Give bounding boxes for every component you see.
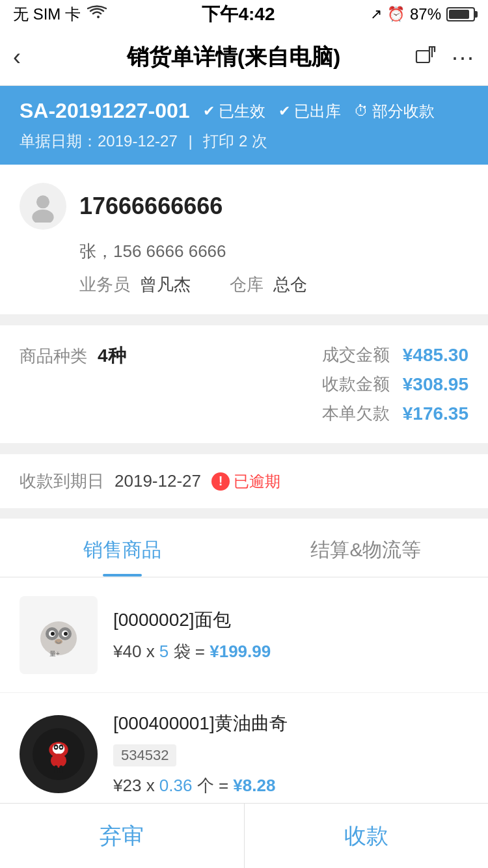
nav-bar: ‹ 销货单详情(来自电脑) ···: [0, 29, 488, 86]
share-icon[interactable]: [415, 44, 436, 70]
warehouse-name: 总仓: [273, 275, 307, 294]
svg-point-19: [51, 753, 66, 767]
amount-row-1: 成交金额 ¥485.30: [322, 344, 468, 366]
location-icon: ↗: [370, 6, 382, 23]
status-right: ↗ ⏰ 87%: [370, 5, 475, 23]
sales-label: 业务员: [79, 275, 130, 294]
svg-point-2: [32, 210, 53, 223]
svg-text:量+: 量+: [49, 650, 60, 657]
svg-rect-21: [59, 765, 62, 773]
nav-actions: ···: [415, 44, 475, 71]
reject-button[interactable]: 弃审: [0, 804, 245, 868]
svg-point-17: [55, 746, 57, 748]
svg-point-9: [64, 632, 68, 636]
overdue-badge: ! 已逾期: [211, 471, 280, 492]
svg-point-14: [53, 744, 65, 754]
tabs-section: 销售商品 结算&物流等: [0, 519, 488, 578]
product-sku: 534532: [113, 744, 176, 766]
header-banner: SA-20191227-001 ✔ 已生效 ✔ 已出库 ⏱ 部分收款 单据日期：…: [0, 86, 488, 165]
due-label: 收款到期日: [20, 470, 104, 493]
check-icon-1: ✔: [203, 103, 215, 120]
avatar: [20, 183, 66, 230]
due-section: 收款到期日 2019-12-27 ! 已逾期: [0, 454, 488, 508]
amount-summary: 成交金额 ¥485.30 收款金额 ¥308.95 本单欠款 ¥176.35: [322, 344, 468, 425]
product-type-count: 商品种类 4种: [20, 344, 126, 368]
clock-icon: ⏱: [354, 103, 368, 120]
status-shipped: ✔ 已出库: [278, 101, 341, 122]
product-info-2: [000400001]黄油曲奇 534532 ¥23 x 0.36 个 = ¥8…: [113, 711, 468, 797]
amount-row-2: 收款金额 ¥308.95: [322, 373, 468, 396]
svg-rect-0: [416, 51, 429, 62]
status-bar: 无 SIM 卡 下午4:42 ↗ ⏰ 87%: [0, 0, 488, 29]
bottom-bar: 弃审 收款: [0, 803, 488, 868]
summary-row: 商品种类 4种 成交金额 ¥485.30 收款金额 ¥308.95 本单欠款 ¥…: [20, 344, 468, 425]
status-partial: ⏱ 部分收款: [354, 101, 435, 122]
product-price-2: ¥23 x 0.36 个 = ¥8.28: [113, 774, 468, 797]
tab-sales-products[interactable]: 销售商品: [0, 519, 244, 576]
svg-point-18: [60, 746, 62, 748]
due-date: 2019-12-27: [115, 471, 201, 491]
tab-settlement[interactable]: 结算&物流等: [244, 519, 488, 576]
customer-phone: 17666666666: [79, 193, 223, 220]
customer-row: 17666666666: [20, 183, 468, 230]
summary-section: 商品种类 4种 成交金额 ¥485.30 收款金额 ¥308.95 本单欠款 ¥…: [0, 325, 488, 444]
warehouse-label: 仓库: [230, 275, 264, 294]
more-icon[interactable]: ···: [452, 44, 475, 71]
battery-percent: 87%: [410, 5, 441, 23]
product-price-1: ¥40 x 5 袋 = ¥199.99: [113, 640, 468, 663]
customer-meta: 业务员 曾凡杰 仓库 总仓: [79, 273, 468, 296]
amount-row-3: 本单欠款 ¥176.35: [322, 402, 468, 425]
product-image-1: 量+: [20, 596, 98, 674]
product-list: 量+ [0000002]面包 ¥40 x 5 袋 = ¥199.99: [0, 578, 488, 816]
sales-name: 曾凡杰: [140, 275, 191, 294]
back-button[interactable]: ‹: [13, 44, 52, 71]
svg-point-1: [36, 195, 49, 208]
product-item-2: [000400001]黄油曲奇 534532 ¥23 x 0.36 个 = ¥8…: [0, 693, 488, 816]
overdue-icon: !: [211, 472, 230, 491]
product-image-2: [20, 715, 98, 793]
customer-sub-info: 张，156 6666 6666: [79, 240, 468, 263]
check-icon-2: ✔: [278, 103, 290, 120]
collect-button[interactable]: 收款: [245, 804, 489, 868]
product-info-1: [0000002]面包 ¥40 x 5 袋 = ¥199.99: [113, 608, 468, 663]
product-item: 量+ [0000002]面包 ¥40 x 5 袋 = ¥199.99: [0, 578, 488, 693]
overdue-text: 已逾期: [234, 471, 280, 492]
product-name-1: [0000002]面包: [113, 608, 468, 632]
time-label: 下午4:42: [202, 2, 275, 27]
order-id: SA-20191227-001: [20, 99, 190, 123]
page-title: 销货单详情(来自电脑): [52, 42, 415, 72]
svg-point-8: [51, 632, 55, 636]
status-effected: ✔ 已生效: [203, 101, 265, 122]
wifi-icon: [87, 5, 107, 23]
alarm-icon: ⏰: [387, 6, 405, 23]
svg-rect-20: [54, 765, 57, 773]
customer-section: 17666666666 张，156 6666 6666 业务员 曾凡杰 仓库 总…: [0, 165, 488, 315]
banner-date: 单据日期：2019-12-27 | 打印 2 次: [20, 131, 468, 152]
banner-top: SA-20191227-001 ✔ 已生效 ✔ 已出库 ⏱ 部分收款: [20, 99, 468, 123]
battery-icon: [446, 7, 475, 21]
carrier-label: 无 SIM 卡: [13, 4, 81, 25]
product-name-2: [000400001]黄油曲奇: [113, 711, 468, 736]
status-left: 无 SIM 卡: [13, 4, 107, 25]
